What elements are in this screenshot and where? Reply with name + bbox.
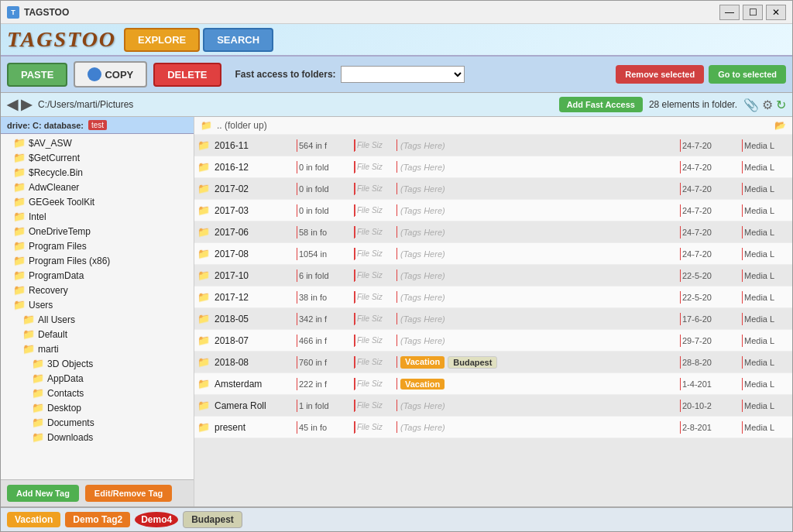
tree-item-label: $AV_ASW [29,138,72,149]
bottom-tag-pill[interactable]: Vacation [7,512,60,527]
file-icon: 📁 [194,376,211,391]
file-size: File Siz [355,421,397,433]
file-media: Media L [742,378,792,390]
file-count: 1 in fold [297,400,355,412]
sidebar-tree-item[interactable]: 📁Default [1,327,194,342]
tag-placeholder: (Tags Here) [400,314,445,324]
file-tags: (Tags Here) [397,313,680,325]
file-tags: (Tags Here) [397,291,680,304]
refresh-icon[interactable]: ↻ [776,98,786,112]
remove-selected-button[interactable]: Remove selected [616,65,704,84]
search-tab[interactable]: SEARCH [203,28,273,52]
folder-up-label: .. (folder up) [217,120,267,131]
nav-arrows: ◀ ▶ [7,96,32,113]
back-arrow[interactable]: ◀ [7,96,18,113]
file-media: Media L [742,183,792,195]
paste-button[interactable]: PASTE [7,63,67,87]
file-size: File Siz [355,269,397,281]
copy-button[interactable]: COPY [74,61,147,88]
sidebar-tree-item[interactable]: 📁AppData [1,371,194,386]
sidebar-tree-item[interactable]: 📁Program Files (x86) [1,253,194,268]
folder-icon: 📁 [13,181,26,193]
title-bar-left: T TAGSTOO [7,6,69,19]
table-row[interactable]: 📁 Amsterdam 222 in f File Siz Vacation 1… [194,373,792,395]
delete-button[interactable]: DELETE [153,63,221,87]
table-row[interactable]: 📁 2017-02 0 in fold File Siz (Tags Here)… [194,178,792,200]
sidebar-tree-item[interactable]: 📁3D Objects [1,356,194,371]
table-row[interactable]: 📁 2017-03 0 in fold File Siz (Tags Here)… [194,200,792,221]
maximize-button[interactable]: ☐ [743,5,763,20]
table-row[interactable]: 📁 2017-06 58 in fo File Siz (Tags Here) … [194,221,792,243]
table-row[interactable]: 📁 2016-11 564 in f File Siz (Tags Here) … [194,135,792,156]
file-name: Camera Roll [211,399,297,413]
file-size: File Siz [355,248,397,259]
settings-icon[interactable]: ⚙ [762,98,773,112]
table-row[interactable]: 📁 Camera Roll 1 in fold File Siz (Tags H… [194,395,792,417]
tag-placeholder: (Tags Here) [400,336,445,345]
edit-remove-tag-button[interactable]: Edit/Remove Tag [85,485,172,502]
tag-placeholder: (Tags Here) [400,184,445,194]
table-row[interactable]: 📁 2018-08 760 in f File Siz VacationBuda… [194,352,792,373]
bottom-tag-pill[interactable]: Budapest [183,511,242,528]
file-date: 1-4-201 [680,378,742,390]
add-fast-access-button[interactable]: Add Fast Access [559,97,643,112]
sidebar-tree-item[interactable]: 📁$GetCurrent [1,150,194,165]
sidebar-tree-item[interactable]: 📁Program Files [1,239,194,253]
sidebar-tree-item[interactable]: 📁$AV_ASW [1,136,194,150]
file-media: Media L [742,139,792,152]
table-row[interactable]: 📁 2018-05 342 in f File Siz (Tags Here) … [194,308,792,330]
close-button[interactable]: ✕ [766,5,786,20]
table-row[interactable]: 📁 2017-12 38 in fo File Siz (Tags Here) … [194,287,792,308]
sidebar-tree-item[interactable]: 📁Users [1,297,194,312]
folder-icon: 📁 [32,431,44,443]
file-icon: 📁 [194,225,211,239]
sidebar-tree-item[interactable]: 📁Documents [1,415,194,430]
forward-arrow[interactable]: ▶ [21,96,32,113]
sidebar-tree-item[interactable]: 📁Downloads [1,430,194,444]
file-count: 45 in fo [297,421,355,434]
file-media: Media L [742,400,792,412]
bottom-tag-pill[interactable]: Demo Tag2 [65,512,130,527]
goto-selected-button[interactable]: Go to selected [709,65,786,84]
file-date: 24-7-20 [680,161,742,173]
file-list[interactable]: 📁 .. (folder up) 📂 📁 2016-11 564 in f Fi… [194,117,792,506]
sidebar-tree-item[interactable]: 📁GEGeek ToolKit [1,194,194,209]
table-row[interactable]: 📁 2018-07 466 in f File Siz (Tags Here) … [194,330,792,352]
file-media: Media L [742,356,792,369]
minimize-button[interactable]: — [719,5,740,20]
table-row[interactable]: 📁 present 45 in fo File Siz (Tags Here) … [194,417,792,438]
sidebar-tree-item[interactable]: 📁Desktop [1,400,194,415]
file-icon: 📁 [194,355,211,369]
sidebar-tree-item[interactable]: 📁All Users [1,312,194,327]
file-count: 222 in f [297,378,355,390]
sidebar: drive: C: database: test 📁$AV_ASW📁$GetCu… [1,117,194,506]
add-new-tag-button[interactable]: Add New Tag [7,485,79,502]
fast-access-select[interactable] [341,66,465,83]
sidebar-tree-item[interactable]: 📁Recovery [1,283,194,297]
sidebar-tree-item[interactable]: 📁ProgramData [1,268,194,283]
sidebar-tree-item[interactable]: 📁marti [1,342,194,356]
tree-item-label: marti [38,344,59,355]
tag-placeholder: (Tags Here) [400,423,445,432]
bottom-tag-pill[interactable]: Demo4 [135,512,178,527]
sidebar-tree-item[interactable]: 📁AdwCleaner [1,180,194,194]
table-row[interactable]: 📁 2016-12 0 in fold File Siz (Tags Here)… [194,156,792,178]
explore-tab[interactable]: EXPLORE [124,28,200,52]
sidebar-tree-item[interactable]: 📁$Recycle.Bin [1,165,194,180]
table-row[interactable]: 📁 2017-08 1054 in File Siz (Tags Here) 2… [194,243,792,265]
window-controls: — ☐ ✕ [719,5,786,20]
file-count: 38 in fo [297,291,355,304]
paperclip-icon[interactable]: 📎 [743,98,759,112]
drive-label: drive: C: database: [7,121,84,130]
sidebar-tree-item[interactable]: 📁OneDriveTemp [1,224,194,239]
tag-placeholder: (Tags Here) [400,271,445,280]
toolbar: PASTE COPY DELETE Fast access to folders… [1,57,792,93]
sidebar-tree-item[interactable]: 📁Intel [1,209,194,224]
folder-up-item[interactable]: 📁 .. (folder up) 📂 [194,117,792,135]
folder-icon: 📁 [13,137,26,149]
sidebar-tree-item[interactable]: 📁Contacts [1,386,194,400]
file-size: File Siz [355,161,397,173]
file-count: 58 in fo [297,226,355,239]
table-row[interactable]: 📁 2017-10 6 in fold File Siz (Tags Here)… [194,265,792,287]
tree-item-label: $GetCurrent [29,153,80,163]
